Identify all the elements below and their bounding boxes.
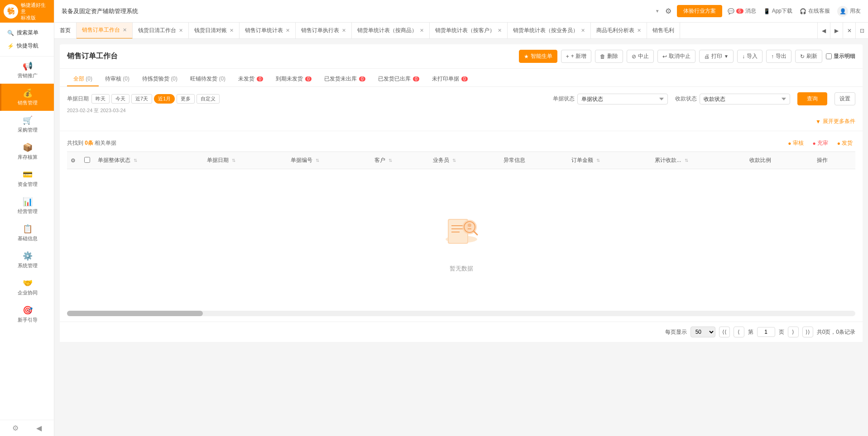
search-menu-item[interactable]: 🔍 搜索菜单: [4, 26, 50, 39]
tab-bar: 首页 销售订单工作台 ✕ 钱货日清工作台 ✕ 钱货日清对账 ✕ 销售订单统计表 …: [54, 23, 868, 39]
tab-close-goods-margin[interactable]: ✕: [637, 28, 641, 33]
tab-close-cash-reconcile[interactable]: ✕: [230, 28, 234, 33]
sidebar-item-marketing[interactable]: 📢 营销推广: [0, 57, 54, 84]
sidebar-item-operation[interactable]: 📊 经营管理: [0, 192, 54, 219]
tab-goods-stat-product[interactable]: 销货单统计表（按商品） ✕: [352, 23, 430, 39]
date-btn-custom[interactable]: 自定义: [197, 94, 220, 104]
user-btn[interactable]: 👤 用友: [837, 6, 861, 17]
sidebar-item-finance[interactable]: 💳 资金管理: [0, 165, 54, 192]
tab-sales-stat[interactable]: 销售订单统计表 ✕: [240, 23, 296, 39]
select-all-checkbox[interactable]: [84, 157, 90, 163]
sub-tab-pending-review[interactable]: 待审核 (0): [99, 72, 136, 86]
settings-btn[interactable]: 设置: [834, 92, 855, 105]
sidebar-item-inventory[interactable]: 📦 库存核算: [0, 138, 54, 165]
import-btn[interactable]: ↓ 导入: [737, 50, 762, 63]
sub-tab-pending-inspect[interactable]: 待拣货验货 (0): [136, 72, 184, 86]
sidebar-item-system[interactable]: ⚙️ 系统管理: [0, 246, 54, 274]
tab-sales-exec[interactable]: 销售订单执行表 ✕: [296, 23, 352, 39]
online-service-btn[interactable]: 🎧 在线客服: [800, 7, 830, 15]
sidebar-item-basic[interactable]: 📋 基础信息: [0, 219, 54, 246]
tab-maximize-btn[interactable]: ⊡: [855, 23, 868, 39]
review-action-btn[interactable]: ● 审核: [785, 138, 806, 148]
sub-tab-shipped-out[interactable]: 已发货已出库 0: [372, 72, 426, 86]
sort-amount-icon[interactable]: ⇅: [596, 158, 600, 163]
add-icon: +: [566, 53, 569, 60]
tab-close-goods-stat-staff[interactable]: ✕: [581, 28, 585, 33]
tab-goods-stat-staff[interactable]: 销货单统计表（按业务员） ✕: [508, 23, 591, 39]
tab-sales-profit[interactable]: 销售毛利: [647, 23, 680, 39]
sort-customer-icon[interactable]: ⇅: [388, 158, 392, 163]
first-page-btn[interactable]: ⟨⟨: [719, 327, 730, 337]
refresh-btn[interactable]: ↻ 刷新: [795, 50, 822, 63]
page-size-select[interactable]: 10 20 50 100: [691, 327, 715, 337]
next-page-btn[interactable]: ⟩: [788, 327, 799, 337]
sort-number-icon[interactable]: ⇅: [316, 158, 319, 163]
tab-goods-stat-customer[interactable]: 销货单统计表（按客户） ✕: [430, 23, 508, 39]
export-btn[interactable]: ↑ 导出: [766, 50, 791, 63]
sidebar-item-sales[interactable]: 💰 销售管理: [0, 84, 54, 111]
experience-btn[interactable]: 体验行业方案: [677, 5, 722, 17]
add-btn[interactable]: + + 新增: [561, 50, 591, 63]
tab-close-all-btn[interactable]: ✕: [843, 23, 855, 39]
th-settings[interactable]: ⚙: [67, 152, 81, 169]
cancel-stop-btn[interactable]: ↩ 取消中止: [657, 50, 695, 63]
sidebar-item-guide[interactable]: 🎯 新手引导: [0, 301, 54, 328]
tab-cash-daily[interactable]: 钱货日清工作台 ✕: [133, 23, 189, 39]
sub-tab-overdue-not-shipped[interactable]: 到期未发货 0: [269, 72, 318, 86]
tab-close-cash-daily[interactable]: ✕: [179, 28, 183, 33]
tab-close-goods-stat-customer[interactable]: ✕: [498, 28, 502, 33]
tab-close-sales-exec[interactable]: ✕: [342, 28, 346, 33]
query-btn[interactable]: 查询: [797, 92, 827, 105]
stop-btn[interactable]: ⊘ 中止: [627, 50, 654, 63]
tab-goods-margin-label: 商品毛利分析表: [596, 27, 634, 34]
date-btn-7days[interactable]: 近7天: [131, 94, 152, 104]
tab-close-sales-stat[interactable]: ✕: [286, 28, 290, 33]
smart-create-btn[interactable]: ★ 智能生单: [519, 50, 557, 63]
scroll-thumb[interactable]: [67, 311, 203, 316]
sub-tab-wangpu-pending[interactable]: 旺铺待发货 (0): [184, 72, 232, 86]
show-detail-checkbox[interactable]: [826, 53, 832, 59]
quick-nav-item[interactable]: ⚡ 快捷导航: [4, 39, 50, 52]
date-btn-yesterday[interactable]: 昨天: [91, 94, 110, 104]
expand-conditions-btn[interactable]: ▼ 展开更多条件: [815, 118, 855, 125]
print-btn[interactable]: 🖨 打印 ▼: [699, 50, 734, 63]
sidebar-settings-btn[interactable]: ⚙: [12, 424, 19, 432]
last-page-btn[interactable]: ⟩⟩: [802, 327, 813, 337]
ship-action-btn[interactable]: ● 发货: [834, 138, 855, 148]
sort-staff-icon[interactable]: ⇅: [452, 158, 456, 163]
tab-sales-workbench[interactable]: 销售订单工作台 ✕: [77, 23, 133, 39]
tab-close-sales-workbench[interactable]: ✕: [123, 27, 127, 33]
status-select[interactable]: 单据状态: [577, 94, 668, 104]
message-btn[interactable]: 💬 6 消息: [728, 7, 756, 15]
sort-status-icon[interactable]: ⇅: [134, 158, 137, 163]
date-btn-today[interactable]: 今天: [111, 94, 129, 104]
column-settings-icon[interactable]: ⚙: [71, 157, 76, 164]
tab-goods-margin[interactable]: 商品毛利分析表 ✕: [591, 23, 647, 39]
sub-tab-not-shipped[interactable]: 未发货 0: [232, 72, 269, 86]
header-gear-btn[interactable]: ⚙: [665, 7, 671, 15]
sidebar-item-enterprise[interactable]: 🤝 企业协同: [0, 274, 54, 301]
horizontal-scrollbar[interactable]: [60, 311, 863, 316]
tab-prev-btn[interactable]: ◀: [817, 23, 830, 39]
show-detail-checkbox-label[interactable]: 显示明细: [826, 52, 855, 60]
tab-cash-reconcile[interactable]: 钱货日清对账 ✕: [189, 23, 240, 39]
sort-date-icon[interactable]: ⇅: [232, 158, 235, 163]
prev-page-btn[interactable]: ⟨: [734, 327, 744, 337]
tab-next-btn[interactable]: ▶: [830, 23, 843, 39]
sort-collected-icon[interactable]: ⇅: [685, 158, 688, 163]
th-checkbox[interactable]: [81, 152, 94, 169]
sub-tab-shipped-not-out[interactable]: 已发货未出库 0: [318, 72, 372, 86]
date-btn-1month[interactable]: 近1月: [154, 94, 175, 104]
sub-tab-not-printed[interactable]: 未打印单据 0: [426, 72, 474, 86]
cancel-review-action-btn[interactable]: ● 充审: [810, 138, 831, 148]
date-btn-more[interactable]: 更多: [177, 94, 195, 104]
sidebar-item-purchase[interactable]: 🛒 采购管理: [0, 111, 54, 138]
page-input[interactable]: [757, 327, 775, 337]
sub-tab-all[interactable]: 全部 (0): [67, 72, 99, 86]
sidebar-collapse-btn[interactable]: ◀: [36, 424, 42, 432]
payment-select[interactable]: 收款状态: [700, 94, 790, 104]
tab-close-goods-stat-product[interactable]: ✕: [420, 28, 424, 33]
app-download-btn[interactable]: 📱 App下载: [763, 7, 792, 15]
delete-btn[interactable]: 🗑 删除: [595, 50, 623, 63]
tab-home[interactable]: 首页: [54, 23, 77, 39]
